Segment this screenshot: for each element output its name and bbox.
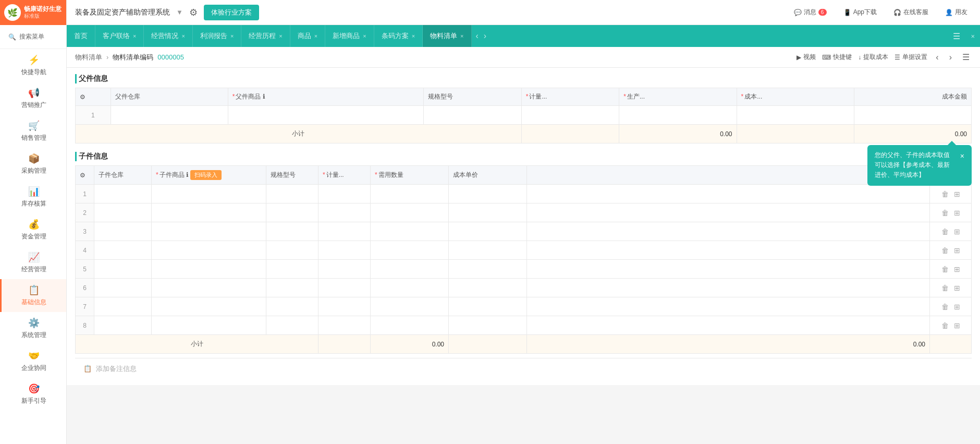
view-btn[interactable]: ▶ 视频	[797, 53, 816, 62]
child-cell-unit[interactable]	[318, 222, 371, 241]
settings-button[interactable]: ⚙	[189, 7, 198, 18]
child-cell-cost-amount[interactable]	[527, 297, 930, 316]
delete-row-btn[interactable]: 🗑	[940, 226, 950, 237]
parent-cell-production[interactable]	[619, 106, 737, 125]
message-action[interactable]: 💬 消息 6	[790, 6, 831, 19]
add-row-btn[interactable]: ⊞	[953, 208, 961, 218]
scan-btn[interactable]: 扫码录入	[190, 170, 222, 180]
nav-prev-btn[interactable]: ‹	[474, 30, 481, 42]
delete-row-btn[interactable]: 🗑	[940, 189, 950, 199]
toolbar-menu-btn[interactable]: ☰	[960, 51, 972, 63]
parent-col-setting[interactable]: ⚙	[76, 88, 111, 106]
sidebar-item-finance[interactable]: 💰 资金管理	[0, 213, 66, 246]
child-cell-cost-amount[interactable]	[527, 241, 930, 260]
tab-history[interactable]: 经营历程 ×	[241, 25, 290, 47]
child-cell-cost-amount[interactable]	[527, 222, 930, 241]
child-cell-unit-cost[interactable]	[449, 279, 527, 297]
add-row-btn[interactable]: ⊞	[953, 320, 961, 331]
extract-cost-btn[interactable]: ↓ 提取成本	[858, 53, 888, 62]
child-cell-unit-cost[interactable]	[449, 316, 527, 335]
child-cell-needed[interactable]	[371, 260, 449, 279]
tab-home[interactable]: 首页	[67, 25, 95, 47]
sidebar-item-basic-info[interactable]: 📋 基础信息	[0, 279, 66, 312]
sidebar-item-sales[interactable]: 🛒 销售管理	[0, 115, 66, 148]
tab-close-icon[interactable]: ×	[314, 33, 317, 39]
tab-close-icon[interactable]: ×	[363, 33, 366, 39]
child-cell-spec[interactable]	[266, 222, 318, 241]
child-cell-goods[interactable]	[152, 279, 266, 297]
close-all-tabs-btn[interactable]: ☰	[948, 31, 965, 41]
nav-next-btn[interactable]: ›	[482, 30, 488, 42]
child-cell-spec[interactable]	[266, 203, 318, 222]
child-cell-goods[interactable]	[152, 203, 266, 222]
parent-cell-warehouse[interactable]	[111, 106, 228, 125]
child-cell-spec[interactable]	[266, 279, 318, 297]
child-cell-spec[interactable]	[266, 297, 318, 316]
child-cell-warehouse[interactable]	[94, 279, 152, 297]
delete-row-btn[interactable]: 🗑	[940, 208, 950, 218]
child-cell-unit[interactable]	[318, 316, 371, 335]
child-cell-goods[interactable]	[152, 241, 266, 260]
delete-row-btn[interactable]: 🗑	[940, 302, 950, 312]
child-cell-unit[interactable]	[318, 260, 371, 279]
child-cell-unit-cost[interactable]	[449, 203, 527, 222]
child-cell-unit[interactable]	[318, 185, 371, 203]
child-cell-warehouse[interactable]	[94, 241, 152, 260]
child-cell-warehouse[interactable]	[94, 260, 152, 279]
child-cell-unit-cost[interactable]	[449, 241, 527, 260]
tab-bom[interactable]: 物料清单 ×	[423, 25, 471, 47]
sidebar-item-enterprise[interactable]: 🤝 企业协同	[0, 345, 66, 378]
delete-row-btn[interactable]: 🗑	[940, 283, 950, 293]
child-cell-unit[interactable]	[318, 203, 371, 222]
child-cell-goods[interactable]	[152, 185, 266, 203]
child-cell-needed[interactable]	[371, 316, 449, 335]
child-col-setting[interactable]: ⚙	[76, 166, 94, 185]
tab-customer[interactable]: 客户联络 ×	[95, 25, 144, 47]
single-settings-btn[interactable]: ☰ 单据设置	[895, 53, 927, 62]
child-cell-needed[interactable]	[371, 241, 449, 260]
add-row-btn[interactable]: ⊞	[953, 264, 961, 274]
app-download-action[interactable]: 📱 App下载	[839, 6, 881, 19]
tab-close-icon[interactable]: ×	[133, 33, 136, 39]
child-cell-spec[interactable]	[266, 316, 318, 335]
child-cell-unit[interactable]	[318, 297, 371, 316]
child-cell-spec[interactable]	[266, 260, 318, 279]
child-cell-cost-amount[interactable]	[527, 203, 930, 222]
child-cell-spec[interactable]	[266, 241, 318, 260]
tab-close-icon[interactable]: ×	[181, 33, 185, 39]
add-row-btn[interactable]: ⊞	[953, 226, 961, 237]
child-cell-warehouse[interactable]	[94, 297, 152, 316]
sidebar-item-operation[interactable]: 📈 经营管理	[0, 246, 66, 279]
tab-new-goods[interactable]: 新增商品 ×	[325, 25, 374, 47]
delete-row-btn[interactable]: 🗑	[940, 245, 950, 256]
child-cell-needed[interactable]	[371, 203, 449, 222]
tab-close-icon[interactable]: ×	[460, 33, 463, 39]
parent-cell-cost[interactable]	[737, 106, 854, 125]
delete-row-btn[interactable]: 🗑	[940, 320, 950, 331]
child-cell-needed[interactable]	[371, 279, 449, 297]
tab-close-icon[interactable]: ×	[230, 33, 234, 39]
child-cell-cost-amount[interactable]	[527, 279, 930, 297]
search-menu-btn[interactable]: 🔍 搜索菜单	[4, 29, 62, 44]
parent-cell-cost-amount[interactable]	[854, 106, 971, 125]
child-cell-needed[interactable]	[371, 185, 449, 203]
child-cell-warehouse[interactable]	[94, 316, 152, 335]
tooltip-close-btn[interactable]: ×	[960, 150, 964, 162]
child-cell-spec[interactable]	[266, 185, 318, 203]
add-row-btn[interactable]: ⊞	[953, 189, 961, 199]
delete-row-btn[interactable]: 🗑	[940, 264, 950, 274]
child-cell-unit-cost[interactable]	[449, 297, 527, 316]
sidebar-item-purchase[interactable]: 📦 采购管理	[0, 148, 66, 181]
child-cell-needed[interactable]	[371, 297, 449, 316]
sidebar-item-marketing[interactable]: 📢 营销推广	[0, 82, 66, 115]
child-cell-unit-cost[interactable]	[449, 260, 527, 279]
user-action[interactable]: 👤 用友	[941, 6, 972, 19]
parent-cell-spec[interactable]	[424, 106, 522, 125]
sidebar-item-system[interactable]: ⚙️ 系统管理	[0, 312, 66, 345]
tab-close-icon[interactable]: ×	[412, 33, 415, 39]
child-cell-unit[interactable]	[318, 279, 371, 297]
close-tab-icon[interactable]: ×	[965, 32, 980, 40]
child-cell-goods[interactable]	[152, 316, 266, 335]
child-cell-unit[interactable]	[318, 241, 371, 260]
child-cell-warehouse[interactable]	[94, 203, 152, 222]
